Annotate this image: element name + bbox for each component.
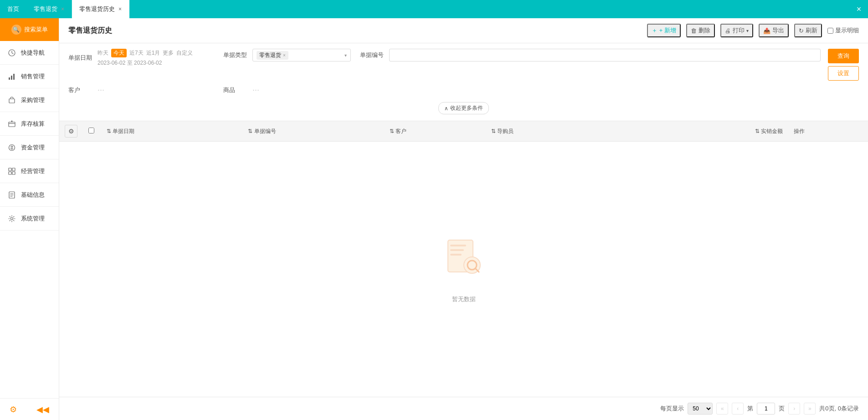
th-customer-label: ⇅ 客户 xyxy=(390,128,406,134)
doc-number-input[interactable] xyxy=(389,49,821,61)
next-page-button[interactable]: › xyxy=(788,403,800,415)
sidebar-item-basic-info[interactable]: 基础信息 xyxy=(0,183,59,207)
tab-retail-return-history-close[interactable]: × xyxy=(118,6,122,12)
show-detail-checkbox[interactable]: 显示明细 xyxy=(827,26,859,35)
sidebar-item-label: 快捷导航 xyxy=(21,49,45,57)
collapse-more-button[interactable]: ∧ 收起更多条件 xyxy=(438,102,489,114)
sidebar-item-label: 经营管理 xyxy=(21,167,45,175)
search-menu-label: 搜索菜单 xyxy=(24,26,48,34)
date-option-yesterday[interactable]: 昨天 xyxy=(98,49,108,57)
sidebar-item-purchase-mgmt[interactable]: 采购管理 xyxy=(0,88,59,112)
page-number-input[interactable] xyxy=(757,403,775,415)
filter-area: 单据日期 昨天 今天 近7天 近1月 更多 自定义 2023-06-02 至 2… xyxy=(59,43,868,121)
page-unit: 页 xyxy=(779,405,785,413)
page-total-text: 共0页, 0条记录 xyxy=(819,405,859,413)
th-amount: ⇅ 实销金额 xyxy=(647,121,788,142)
empty-icon xyxy=(441,236,487,290)
page-header: 零售退货历史 ＋ + 新增 🗑 删除 🖨 打印 ▾ 📤 导出 xyxy=(59,18,868,43)
print-button[interactable]: 🖨 打印 ▾ xyxy=(720,24,753,37)
pagination: 每页显示 10 20 50 100 « ‹ 第 页 › » 共0页, 0条记录 xyxy=(59,397,868,420)
date-option-today[interactable]: 今天 xyxy=(111,49,127,57)
finance-mgmt-icon xyxy=(7,143,16,152)
th-amount-label: ⇅ 实销金额 xyxy=(755,128,783,134)
filter-customer-field: 客户 ··· xyxy=(68,85,214,95)
svg-point-13 xyxy=(11,217,13,220)
svg-point-6 xyxy=(11,120,13,122)
date-option-1month[interactable]: 近1月 xyxy=(146,49,160,57)
th-checkbox xyxy=(83,121,101,142)
export-icon: 📤 xyxy=(763,27,770,34)
svg-rect-17 xyxy=(450,254,462,256)
date-option-7days[interactable]: 近7天 xyxy=(129,49,144,57)
svg-rect-15 xyxy=(450,245,466,246)
show-detail-input[interactable] xyxy=(827,28,833,34)
new-icon: ＋ xyxy=(652,26,657,35)
sidebar-item-label: 基础信息 xyxy=(21,191,45,199)
page-label: 第 xyxy=(747,405,753,413)
table-settings-button[interactable]: ⚙ xyxy=(65,125,77,138)
prev-page-button[interactable]: ‹ xyxy=(732,403,744,415)
tab-retail-return-close[interactable]: × xyxy=(61,6,64,12)
window-close-button[interactable]: × xyxy=(850,0,868,18)
refresh-icon: ↻ xyxy=(799,27,804,34)
sidebar-item-quick-nav[interactable]: 快捷导航 xyxy=(0,41,59,65)
th-action: 操作 xyxy=(788,121,868,142)
page-title: 零售退货历史 xyxy=(68,26,112,36)
goods-label: 商品 xyxy=(223,86,249,94)
per-page-label: 每页显示 xyxy=(660,405,684,413)
search-menu-button[interactable]: 🔍 搜索菜单 xyxy=(0,18,59,41)
sidebar-item-system-mgmt[interactable]: 系统管理 xyxy=(0,207,59,230)
new-button[interactable]: ＋ + 新增 xyxy=(647,24,681,37)
sidebar-item-label: 库存核算 xyxy=(21,120,45,128)
main-layout: 🔍 搜索菜单 快捷导航 销售管理 采购管理 库存核算 xyxy=(0,18,868,420)
delete-button[interactable]: 🗑 删除 xyxy=(686,24,715,37)
doc-type-select[interactable]: 零售退货 × ▾ xyxy=(252,49,351,61)
sidebar-item-label: 资金管理 xyxy=(21,143,45,152)
filter-date-field: 单据日期 昨天 今天 近7天 近1月 更多 自定义 2023-06-02 至 2… xyxy=(68,49,214,67)
search-icon: 🔍 xyxy=(11,25,21,35)
sidebar-item-sales-mgmt[interactable]: 销售管理 xyxy=(0,65,59,88)
doc-type-tag-close[interactable]: × xyxy=(283,53,286,58)
collapse-up-icon: ∧ xyxy=(444,105,448,112)
header-actions: ＋ + 新增 🗑 删除 🖨 打印 ▾ 📤 导出 ↻ xyxy=(647,24,859,37)
svg-rect-8 xyxy=(9,168,11,171)
last-page-button[interactable]: » xyxy=(804,403,816,415)
customer-dots[interactable]: ··· xyxy=(98,85,214,95)
query-button[interactable]: 查询 xyxy=(828,49,859,63)
purchase-mgmt-icon xyxy=(7,96,16,105)
date-option-custom[interactable]: 自定义 xyxy=(176,49,193,57)
refresh-button[interactable]: ↻ 刷新 xyxy=(794,24,822,37)
svg-rect-5 xyxy=(9,122,15,127)
content-area: 零售退货历史 ＋ + 新增 🗑 删除 🖨 打印 ▾ 📤 导出 xyxy=(59,18,868,420)
print-chevron-icon: ▾ xyxy=(746,28,749,33)
per-page-select[interactable]: 10 20 50 100 xyxy=(688,403,713,415)
svg-rect-11 xyxy=(12,172,15,174)
select-all-checkbox[interactable] xyxy=(88,128,94,133)
delete-icon: 🗑 xyxy=(691,27,697,34)
empty-text: 暂无数据 xyxy=(452,295,476,303)
sidebar-item-inventory[interactable]: 库存核算 xyxy=(0,112,59,136)
svg-rect-2 xyxy=(11,76,12,80)
tab-home[interactable]: 首页 xyxy=(0,0,26,18)
svg-rect-9 xyxy=(12,168,15,171)
sales-mgmt-icon xyxy=(7,72,16,81)
volume-bottom-button[interactable]: ◀◀ xyxy=(36,405,49,415)
doc-type-label: 单据类型 xyxy=(223,51,249,59)
doc-number-label: 单据编号 xyxy=(360,51,385,59)
sidebar-item-finance-mgmt[interactable]: 资金管理 xyxy=(0,136,59,159)
sidebar-item-label: 采购管理 xyxy=(21,96,45,104)
export-button[interactable]: 📤 导出 xyxy=(759,24,789,37)
settings-bottom-button[interactable]: ⚙ xyxy=(10,405,17,415)
date-option-more[interactable]: 更多 xyxy=(163,49,174,57)
tab-retail-return-history[interactable]: 零售退货历史 × xyxy=(72,0,129,18)
goods-dots[interactable]: ··· xyxy=(252,85,859,95)
tab-retail-return[interactable]: 零售退货 × xyxy=(26,0,72,18)
th-date-label: ⇅ 单据日期 xyxy=(107,128,134,134)
th-settings: ⚙ xyxy=(59,121,83,142)
sidebar-item-operations-mgmt[interactable]: 经营管理 xyxy=(0,159,59,183)
first-page-button[interactable]: « xyxy=(716,403,728,415)
system-mgmt-icon xyxy=(7,214,16,223)
table-area: ⚙ ⇅ 单据日期 ⇅ 单据编号 xyxy=(59,121,868,397)
set-button[interactable]: 设置 xyxy=(828,66,859,81)
svg-rect-16 xyxy=(450,249,464,251)
